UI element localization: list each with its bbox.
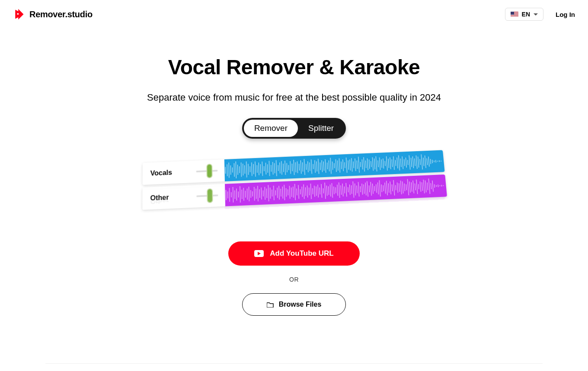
browse-files-label: Browse Files bbox=[279, 301, 322, 308]
brand-name: Remover.studio bbox=[29, 10, 93, 19]
tab-splitter[interactable]: Splitter bbox=[298, 120, 344, 137]
chevron-down-icon bbox=[534, 13, 538, 16]
or-separator: OR bbox=[289, 276, 299, 283]
main-content: Vocal Remover & Karaoke Separate voice f… bbox=[0, 29, 588, 364]
header-right: EN Log In bbox=[505, 8, 575, 21]
language-selector[interactable]: EN bbox=[505, 8, 543, 21]
add-youtube-button[interactable]: Add YouTube URL bbox=[228, 241, 359, 266]
folder-icon bbox=[267, 302, 274, 308]
logo-icon bbox=[13, 8, 25, 20]
login-link[interactable]: Log In bbox=[556, 11, 575, 18]
us-flag-icon bbox=[511, 12, 518, 17]
tracks-illustration: Vocals Other bbox=[143, 156, 445, 234]
svg-point-0 bbox=[17, 13, 19, 15]
page-title: Vocal Remover & Karaoke bbox=[168, 55, 420, 79]
mode-toggle: Remover Splitter bbox=[242, 118, 346, 139]
section-divider bbox=[45, 363, 543, 364]
header: Remover.studio EN Log In bbox=[0, 0, 588, 29]
add-youtube-label: Add YouTube URL bbox=[270, 249, 333, 258]
youtube-icon bbox=[254, 250, 264, 257]
language-code: EN bbox=[522, 11, 530, 18]
tab-remover[interactable]: Remover bbox=[244, 120, 298, 137]
logo[interactable]: Remover.studio bbox=[13, 8, 93, 20]
browse-files-button[interactable]: Browse Files bbox=[242, 293, 346, 316]
page-subtitle: Separate voice from music for free at th… bbox=[147, 92, 441, 103]
